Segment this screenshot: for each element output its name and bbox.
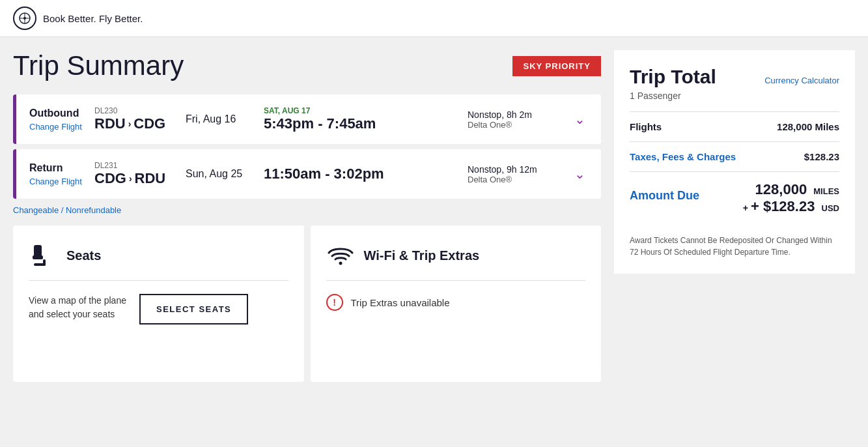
outbound-arrival-info: SAT, AUG 17 5:43pm - 7:45am — [264, 106, 468, 132]
miles-unit: MILES — [813, 186, 839, 196]
right-panel: Trip Total Currency Calculator 1 Passeng… — [614, 50, 855, 382]
wifi-icon — [326, 241, 355, 270]
amount-due-right: 128,000 MILES + + $128.23 USD — [743, 181, 839, 215]
unavailable-label: Trip Extras unavailable — [351, 297, 450, 308]
return-flight-number: DL231 — [94, 161, 186, 170]
main-content: Trip Summary SKY PRIORITY Outbound Chang… — [0, 37, 868, 382]
svg-rect-4 — [34, 245, 42, 257]
outbound-cabin: Delta One® — [468, 120, 572, 130]
amount-due-label: Amount Due — [630, 189, 699, 203]
flights-value: 128,000 Miles — [777, 121, 839, 132]
wifi-card: Wi-Fi & Trip Extras ! Trip Extras unavai… — [311, 225, 602, 382]
seats-title: Seats — [66, 248, 101, 263]
flights-label: Flights — [630, 121, 662, 132]
return-label: Return — [29, 162, 94, 174]
return-expand-button[interactable]: ⌄ — [572, 164, 588, 184]
return-direction: Return Change Flight — [29, 162, 94, 186]
trip-total-card: Trip Total Currency Calculator 1 Passeng… — [614, 50, 855, 274]
usd-amount: + + $128.23 USD — [743, 198, 839, 215]
left-panel: Trip Summary SKY PRIORITY Outbound Chang… — [13, 50, 601, 382]
taxes-cost-row: Taxes, Fees & Charges $128.23 — [630, 141, 839, 171]
warning-icon: ! — [326, 294, 343, 311]
outbound-direction: Outbound Change Flight — [29, 108, 94, 132]
outbound-route: DL230 RDU › CDG — [94, 106, 186, 132]
outbound-flight-number: DL230 — [94, 106, 186, 115]
trip-extras-unavailable: ! Trip Extras unavailable — [326, 294, 586, 311]
return-route-text: CDG › RDU — [94, 170, 186, 187]
bottom-cards: Seats View a map of the plane and select… — [13, 225, 601, 382]
seat-description: View a map of the plane and select your … — [29, 294, 126, 321]
return-change-flight-link[interactable]: Change Flight — [29, 177, 94, 186]
wifi-title: Wi-Fi & Trip Extras — [364, 248, 480, 263]
amount-due-line: Amount Due 128,000 MILES + + $128.23 USD — [630, 181, 839, 215]
return-route: DL231 CDG › RDU — [94, 161, 186, 187]
page-header: Trip Summary SKY PRIORITY — [13, 50, 601, 81]
return-arrival-info: 11:50am - 3:02pm — [264, 166, 468, 182]
seats-card-header: Seats — [29, 241, 288, 270]
outbound-change-flight-link[interactable]: Change Flight — [29, 122, 94, 132]
logo-icon — [13, 7, 36, 30]
select-seats-button[interactable]: SELECT SEATS — [139, 294, 248, 324]
passenger-count: 1 Passenger — [630, 91, 839, 101]
outbound-route-text: RDU › CDG — [94, 115, 186, 132]
changeable-policy[interactable]: Changeable / Nonrefundable — [13, 205, 601, 215]
flights-cost-row: Flights 128,000 Miles — [630, 111, 839, 141]
award-notice: Award Tickets Cannot Be Redeposited Or C… — [630, 235, 839, 258]
return-departure-date: Sun, Aug 25 — [186, 168, 264, 180]
usd-unit: USD — [822, 203, 839, 213]
outbound-expand-button[interactable]: ⌄ — [572, 109, 588, 130]
outbound-flight-details: Nonstop, 8h 2m Delta One® — [468, 109, 572, 130]
wifi-card-header: Wi-Fi & Trip Extras — [326, 241, 586, 270]
seat-icon — [29, 241, 57, 270]
outbound-arrival-date: SAT, AUG 17 — [264, 106, 468, 115]
return-time-range: 11:50am - 3:02pm — [264, 166, 468, 182]
seats-card: Seats View a map of the plane and select… — [13, 225, 304, 382]
logo-text: Book Better. Fly Better. — [43, 13, 143, 24]
outbound-nonstop: Nonstop, 8h 2m — [468, 109, 572, 120]
header: Book Better. Fly Better. — [0, 0, 868, 37]
wifi-divider — [326, 280, 586, 281]
outbound-departure-date: Fri, Aug 16 — [186, 113, 264, 125]
return-cabin: Delta One® — [468, 175, 572, 184]
return-flight-card: Return Change Flight DL231 CDG › RDU Sun… — [13, 149, 601, 199]
trip-total-header: Trip Total Currency Calculator — [630, 66, 839, 88]
sky-priority-badge: SKY PRIORITY — [512, 56, 601, 76]
svg-point-8 — [339, 262, 342, 265]
svg-rect-7 — [34, 263, 46, 266]
plus-sign: + — [743, 203, 751, 213]
miles-amount: 128,000 MILES — [743, 181, 839, 198]
svg-rect-5 — [33, 255, 43, 259]
trip-total-title: Trip Total — [630, 66, 716, 88]
return-arrow-icon: › — [129, 173, 132, 184]
outbound-flight-card: Outbound Change Flight DL230 RDU › CDG F… — [13, 94, 601, 144]
page-title: Trip Summary — [13, 50, 184, 81]
amount-due-row: Amount Due 128,000 MILES + + $128.23 USD — [630, 171, 839, 224]
taxes-label[interactable]: Taxes, Fees & Charges — [630, 151, 736, 162]
outbound-time-range: 5:43pm - 7:45am — [264, 115, 468, 132]
seats-divider — [29, 280, 288, 281]
taxes-value: $128.23 — [804, 151, 839, 162]
outbound-label: Outbound — [29, 108, 94, 119]
currency-calculator-link[interactable]: Currency Calculator — [764, 76, 839, 85]
outbound-arrow-icon: › — [128, 119, 132, 129]
return-flight-details: Nonstop, 9h 12m Delta One® — [468, 164, 572, 184]
return-nonstop: Nonstop, 9h 12m — [468, 164, 572, 175]
